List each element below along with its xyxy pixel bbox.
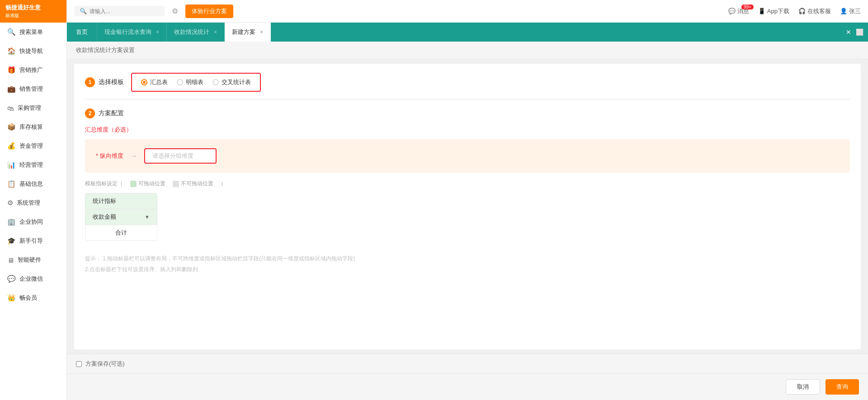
radio-detail[interactable]: 明细表 [177, 78, 203, 86]
sidebar-item-label: 企业协同 [19, 218, 43, 226]
radio-summary-circle [141, 79, 147, 85]
notification-bell[interactable]: 💬 消息 99+ [728, 7, 749, 15]
step2-header: 2 方案配置 [85, 108, 850, 118]
tab-receipt-stat[interactable]: 收款情况统计 × [167, 23, 225, 42]
main-area: 🔍 ⚙ 体验行业方案 💬 消息 99+ 📱 App下载 🎧 在线客服 👤 张三 [67, 0, 868, 400]
search-box[interactable]: 🔍 [74, 6, 165, 16]
metrics-col-label: 收款金额 [93, 213, 116, 221]
sidebar-item-wechat[interactable]: 💬 企业微信 [0, 269, 66, 288]
stat-label: 统计指标 [93, 197, 116, 205]
industry-btn[interactable]: 体验行业方案 [185, 5, 233, 18]
sidebar-item-purchase[interactable]: 🛍 采购管理 [0, 99, 66, 118]
tabbar: 首页 现金银行流水查询 × 收款情况统计 × 新建方案 × ✕ ⬜ [67, 23, 868, 42]
radio-detail-label: 明细表 [186, 78, 203, 86]
undraggable-dot [173, 181, 179, 187]
sidebar-item-basic-info[interactable]: 📋 基础信息 [0, 174, 66, 193]
sidebar-item-capital[interactable]: 💰 资金管理 [0, 136, 66, 155]
sidebar-item-label: 系统管理 [17, 199, 40, 207]
home-icon: 🏠 [7, 47, 16, 55]
radio-cross-label: 交叉统计表 [222, 78, 251, 86]
sidebar-item-label: 基础信息 [19, 180, 43, 188]
sidebar-logo: 畅捷通好生意 标准版 [0, 0, 66, 23]
close-bank-flow-icon[interactable]: × [156, 29, 159, 35]
download-label: App下载 [767, 7, 789, 15]
plan-save-checkbox[interactable] [76, 361, 82, 367]
sidebar-item-smart-hw[interactable]: 🖥 智能硬件 [0, 250, 66, 269]
radio-summary[interactable]: 汇总表 [141, 78, 168, 86]
sidebar-item-member[interactable]: 👑 畅会员 [0, 288, 66, 307]
gift-icon: 🎁 [7, 66, 16, 74]
sidebar-item-label: 营销推广 [19, 66, 43, 74]
headset-icon: 🎧 [798, 8, 806, 14]
sidebar-item-enterprise[interactable]: 🏢 企业协同 [0, 212, 66, 231]
draggable-dot [130, 181, 137, 187]
sidebar-item-system[interactable]: ⚙ 系统管理 [0, 193, 66, 212]
maximize-icon[interactable]: ⬜ [856, 28, 863, 36]
app-download[interactable]: 📱 App下载 [758, 7, 789, 15]
sidebar-item-sales[interactable]: 💼 销售管理 [0, 80, 66, 99]
close-receipt-stat-icon[interactable]: × [214, 29, 217, 35]
sidebar-item-label: 畅会员 [19, 294, 37, 302]
sidebar-item-label: 新手引导 [19, 237, 43, 245]
step2-num: 2 [85, 108, 95, 118]
sidebar-item-newbie[interactable]: 🎓 新手引导 [0, 231, 66, 250]
metrics-hint: 模板指标设定（ 可拖动位置 不可拖动位置 ） [85, 180, 850, 188]
bag-icon: 🛍 [7, 104, 14, 112]
graduation-icon: 🎓 [7, 237, 16, 245]
radio-summary-label: 汇总表 [150, 78, 168, 86]
sidebar-item-label: 经营管理 [19, 161, 43, 169]
close-new-plan-icon[interactable]: × [260, 29, 263, 35]
dim-selector-dropdown[interactable]: 请选择分组维度 [144, 148, 217, 164]
sidebar-item-marketing[interactable]: 🎁 营销推广 [0, 61, 66, 80]
plan-save-label[interactable]: 方案保存(可选) [85, 360, 125, 368]
sidebar-item-label: 企业微信 [19, 275, 43, 283]
sidebar-item-inventory[interactable]: 📦 库存核算 [0, 118, 66, 136]
sidebar-item-label: 资金管理 [19, 142, 43, 150]
plan-save-row: 方案保存(可选) [67, 354, 868, 373]
logo-name: 畅捷通好生意 [5, 4, 41, 12]
tab-home[interactable]: 首页 [67, 23, 97, 42]
user-icon: 👤 [840, 8, 847, 14]
query-button[interactable]: 查询 [826, 379, 859, 395]
money-icon: 💰 [7, 142, 16, 150]
sidebar-item-search-menu[interactable]: 🔍 搜索菜单 [0, 23, 66, 42]
sidebar-item-label: 采购管理 [18, 104, 41, 112]
topbar-right: 💬 消息 99+ 📱 App下载 🎧 在线客服 👤 张三 [728, 7, 861, 15]
metrics-row-total: 合计 [85, 225, 157, 240]
metrics-col-header[interactable]: 收款金额 ▼ [85, 209, 157, 225]
vertical-dim-row: * 纵向维度 → 请选择分组维度 [96, 148, 217, 164]
monitor-icon: 🖥 [7, 256, 14, 264]
step2-title: 方案配置 [99, 109, 124, 118]
radio-cross[interactable]: 交叉统计表 [212, 78, 251, 86]
vertical-dim-label: * 纵向维度 [96, 152, 123, 160]
dim-selector-placeholder: 请选择分组维度 [152, 152, 193, 160]
tabbar-actions: ✕ ⬜ [846, 28, 868, 36]
search-menu-icon: 🔍 [7, 28, 16, 36]
online-service[interactable]: 🎧 在线客服 [798, 7, 831, 15]
tab-bank-flow[interactable]: 现金银行流水查询 × [97, 23, 167, 42]
building-icon: 🏢 [7, 218, 16, 226]
close-all-icon[interactable]: ✕ [846, 28, 851, 36]
arrow-right-icon: → [131, 152, 137, 160]
sidebar-item-label: 智能硬件 [18, 256, 41, 264]
search-input[interactable] [90, 8, 148, 14]
crown-icon: 👑 [7, 294, 16, 302]
footer-bar: 取消 查询 [67, 373, 868, 400]
sidebar: 畅捷通好生意 标准版 🔍 搜索菜单 🏠 快捷导航 🎁 营销推广 💼 销售管理 🛍… [0, 0, 67, 400]
cancel-button[interactable]: 取消 [786, 379, 820, 395]
radio-cross-circle [212, 79, 219, 85]
sidebar-item-operation[interactable]: 📊 经营管理 [0, 155, 66, 174]
tab-new-plan[interactable]: 新建方案 × [225, 23, 271, 42]
gear-settings-icon[interactable]: ⚙ [172, 7, 178, 15]
metrics-table-header: 统计指标 [85, 193, 157, 209]
search-icon: 🔍 [80, 8, 87, 14]
undraggable-label: 不可拖动位置 [181, 180, 213, 188]
step1-title: 选择模板 [99, 78, 124, 86]
breadcrumb: 收款情况统计方案设置 [67, 42, 868, 59]
metrics-table: 统计指标 收款金额 ▼ 合计 [85, 193, 157, 241]
metrics-label: 模板指标设定（ [85, 180, 123, 188]
dimension-area: * 纵向维度 → 请选择分组维度 [85, 139, 850, 173]
step1-num: 1 [85, 77, 95, 87]
sidebar-item-quick-nav[interactable]: 🏠 快捷导航 [0, 42, 66, 61]
user-info[interactable]: 👤 张三 [840, 7, 861, 15]
